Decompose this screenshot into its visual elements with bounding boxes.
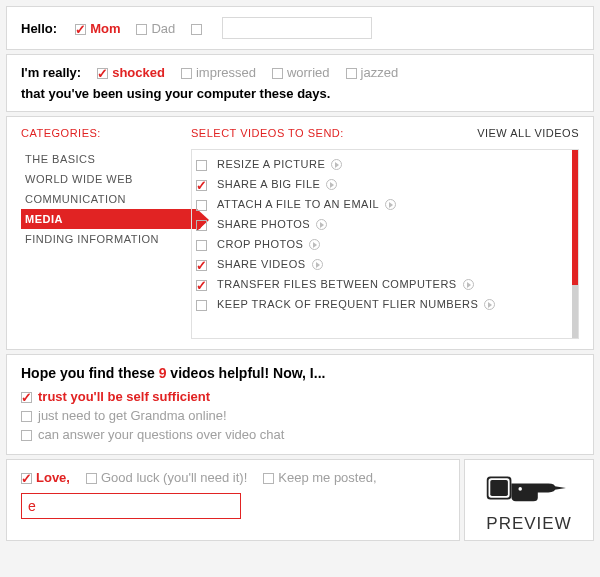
hello-opt-dad[interactable]: Dad	[136, 21, 175, 36]
really-opt-jazzed[interactable]: jazzed	[346, 65, 399, 80]
category-the-basics[interactable]: THE BASICS	[21, 149, 181, 169]
checkbox-icon	[196, 160, 207, 171]
checkbox-icon	[181, 68, 192, 79]
signature-input[interactable]: e	[21, 493, 241, 519]
checkbox-icon	[21, 411, 32, 422]
categories-column: CATEGORIES: THE BASICS WORLD WIDE WEB CO…	[21, 127, 181, 339]
checkbox-icon	[196, 220, 207, 231]
hello-opt-blank[interactable]	[191, 23, 206, 34]
closing-opt-love[interactable]: Love,	[21, 470, 70, 485]
checkbox-icon	[196, 300, 207, 311]
hello-opt-mom[interactable]: Mom	[75, 21, 120, 36]
hope-opt-grandma[interactable]: just need to get Grandma online!	[21, 406, 579, 425]
scrollbar-thumb[interactable]	[572, 150, 578, 285]
checkbox-icon	[263, 473, 274, 484]
checkbox-icon	[196, 240, 207, 251]
play-icon[interactable]	[484, 299, 495, 310]
video-item[interactable]: RESIZE A PICTURE	[196, 154, 570, 174]
closing-opt-keepposted[interactable]: Keep me posted,	[263, 470, 376, 485]
really-suffix: that you've been using your computer the…	[21, 86, 579, 101]
checkbox-icon	[86, 473, 97, 484]
play-icon[interactable]	[316, 219, 327, 230]
really-opt-worried[interactable]: worried	[272, 65, 330, 80]
really-opt-impressed[interactable]: impressed	[181, 65, 256, 80]
checkbox-icon	[21, 473, 32, 484]
videos-title: SELECT VIDEOS TO SEND:	[191, 127, 344, 139]
checkbox-icon	[75, 24, 86, 35]
checkbox-icon	[272, 68, 283, 79]
play-icon[interactable]	[312, 259, 323, 270]
svg-point-3	[518, 487, 522, 491]
checkbox-icon	[196, 260, 207, 271]
videos-list: RESIZE A PICTURE SHARE A BIG FILE ATTACH…	[191, 149, 579, 339]
hope-opt-self-sufficient[interactable]: trust you'll be self sufficient	[21, 387, 579, 406]
videos-column: SELECT VIDEOS TO SEND: VIEW ALL VIDEOS R…	[191, 127, 579, 339]
checkbox-icon	[21, 392, 32, 403]
hello-custom-input[interactable]	[222, 17, 372, 39]
checkbox-icon	[196, 180, 207, 191]
view-all-videos[interactable]: VIEW ALL VIDEOS	[477, 127, 579, 139]
play-icon[interactable]	[463, 279, 474, 290]
hope-line: Hope you find these 9 videos helpful! No…	[21, 365, 579, 381]
really-prefix: I'm really:	[21, 65, 81, 80]
checkbox-icon	[196, 280, 207, 291]
pointing-hand-icon	[484, 466, 574, 510]
video-item[interactable]: SHARE A BIG FILE	[196, 174, 570, 194]
category-communication[interactable]: COMMUNICATION	[21, 189, 181, 209]
checkbox-icon	[97, 68, 108, 79]
hope-opt-video-chat[interactable]: can answer your questions over video cha…	[21, 425, 579, 444]
closing-opt-goodluck[interactable]: Good luck (you'll need it)!	[86, 470, 247, 485]
video-item[interactable]: CROP PHOTOS	[196, 234, 570, 254]
hello-label: Hello:	[21, 21, 57, 36]
checkbox-icon	[191, 24, 202, 35]
really-panel: I'm really: shocked impressed worried ja…	[6, 54, 594, 112]
bottom-row: Love, Good luck (you'll need it)! Keep m…	[6, 459, 594, 541]
video-item[interactable]: ATTACH A FILE TO AN EMAIL	[196, 194, 570, 214]
play-icon[interactable]	[326, 179, 337, 190]
video-item[interactable]: SHARE VIDEOS	[196, 254, 570, 274]
play-icon[interactable]	[331, 159, 342, 170]
checkbox-icon	[136, 24, 147, 35]
hello-panel: Hello: Mom Dad	[6, 6, 594, 50]
hope-panel: Hope you find these 9 videos helpful! No…	[6, 354, 594, 455]
video-item[interactable]: TRANSFER FILES BETWEEN COMPUTERS	[196, 274, 570, 294]
checkbox-icon	[196, 200, 207, 211]
preview-label: PREVIEW	[486, 514, 571, 534]
preview-button[interactable]: PREVIEW	[464, 459, 594, 541]
checkbox-icon	[21, 430, 32, 441]
categories-title: CATEGORIES:	[21, 127, 181, 139]
scrollbar-track[interactable]	[572, 285, 578, 338]
closing-panel: Love, Good luck (you'll need it)! Keep m…	[6, 459, 460, 541]
media-panel: CATEGORIES: THE BASICS WORLD WIDE WEB CO…	[6, 116, 594, 350]
checkbox-icon	[346, 68, 357, 79]
svg-rect-2	[490, 480, 508, 496]
category-media[interactable]: MEDIA	[21, 209, 197, 229]
video-item[interactable]: KEEP TRACK OF FREQUENT FLIER NUMBERS	[196, 294, 570, 314]
play-icon[interactable]	[309, 239, 320, 250]
category-world-wide-web[interactable]: WORLD WIDE WEB	[21, 169, 181, 189]
video-item[interactable]: SHARE PHOTOS	[196, 214, 570, 234]
really-opt-shocked[interactable]: shocked	[97, 65, 165, 80]
play-icon[interactable]	[385, 199, 396, 210]
category-finding-information[interactable]: FINDING INFORMATION	[21, 229, 181, 249]
